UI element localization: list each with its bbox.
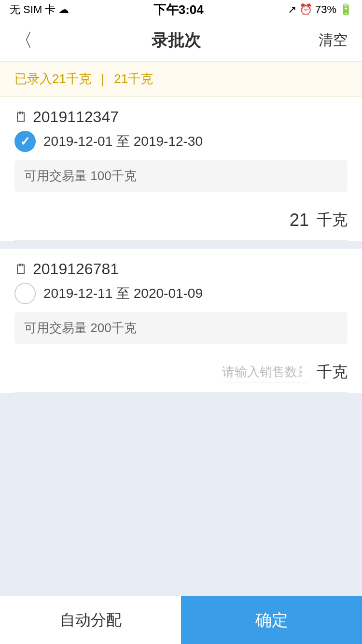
batch2-icon: 🗒 bbox=[14, 261, 28, 277]
battery-icon: 🔋 bbox=[339, 3, 352, 16]
batch1-checkmark: ✓ bbox=[20, 134, 30, 149]
batch1-radio[interactable]: ✓ bbox=[14, 131, 36, 152]
summary-recorded-label: 已录入21千克 bbox=[14, 70, 91, 87]
auto-distribute-button[interactable]: 自动分配 bbox=[0, 596, 181, 644]
batch1-date: 2019-12-01 至 2019-12-30 bbox=[43, 132, 203, 151]
batch2-date: 2019-12-11 至 2020-01-09 bbox=[43, 284, 203, 303]
batch1-unit: 千克 bbox=[317, 210, 348, 231]
section-divider-1 bbox=[0, 241, 362, 249]
summary-value: 21千克 bbox=[114, 70, 153, 87]
batch-item-1: 🗒 2019112347 ✓ 2019-12-01 至 2019-12-30 可… bbox=[0, 97, 362, 241]
summary-divider: | bbox=[101, 71, 104, 87]
alarm-icon: ⏰ bbox=[299, 3, 312, 16]
batch2-radio[interactable] bbox=[14, 283, 36, 304]
summary-bar: 已录入21千克 | 21千克 bbox=[0, 62, 362, 97]
batch1-date-row[interactable]: ✓ 2019-12-01 至 2019-12-30 bbox=[0, 131, 362, 160]
batch1-avail: 可用交易量 100千克 bbox=[14, 160, 348, 192]
batch2-avail: 可用交易量 200千克 bbox=[14, 312, 348, 344]
status-bar: 无 SIM 卡 ☁ 下午3:04 ↗ ⏰ 73% 🔋 bbox=[0, 0, 362, 19]
batch1-input-row: 21 千克 bbox=[0, 202, 362, 240]
batch1-icon: 🗒 bbox=[14, 109, 28, 125]
batch1-quantity: 21 bbox=[280, 210, 309, 230]
status-left: 无 SIM 卡 ☁ bbox=[10, 2, 69, 17]
batch-item-2: 🗒 2019126781 2019-12-11 至 2020-01-09 可用交… bbox=[0, 249, 362, 393]
footer: 自动分配 确定 bbox=[0, 596, 362, 644]
status-time: 下午3:04 bbox=[153, 1, 204, 18]
batch2-unit: 千克 bbox=[317, 362, 348, 383]
batch2-input-row: 千克 bbox=[0, 354, 362, 392]
batch2-date-row[interactable]: 2019-12-11 至 2020-01-09 bbox=[0, 283, 362, 312]
batch2-quantity-input[interactable] bbox=[222, 362, 309, 382]
status-right: ↗ ⏰ 73% 🔋 bbox=[288, 3, 352, 16]
clear-button[interactable]: 清空 bbox=[309, 30, 348, 50]
battery-label: 73% bbox=[315, 3, 336, 16]
nav-bar: 〈 录批次 清空 bbox=[0, 19, 362, 62]
batch1-id: 2019112347 bbox=[33, 108, 119, 126]
page-title: 录批次 bbox=[43, 29, 309, 52]
confirm-button[interactable]: 确定 bbox=[181, 596, 362, 644]
bottom-empty-area bbox=[0, 393, 362, 596]
batch2-header: 🗒 2019126781 bbox=[0, 249, 362, 283]
location-icon: ↗ bbox=[288, 3, 296, 16]
no-sim-label: 无 SIM 卡 ☁ bbox=[10, 2, 69, 17]
batch2-id: 2019126781 bbox=[33, 260, 119, 278]
back-button[interactable]: 〈 bbox=[14, 28, 43, 53]
batch1-header: 🗒 2019112347 bbox=[0, 97, 362, 131]
